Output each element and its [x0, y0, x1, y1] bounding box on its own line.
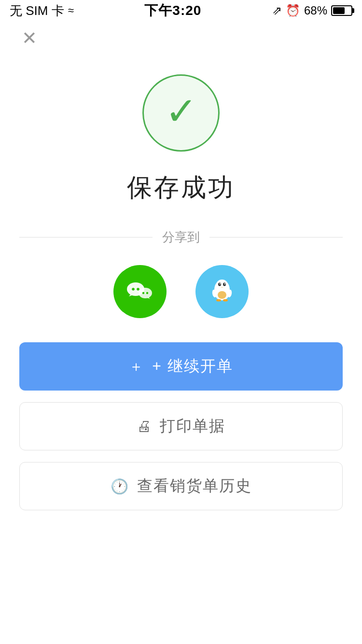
carrier-label: 无 SIM 卡 [10, 2, 64, 19]
svg-point-10 [220, 283, 221, 284]
status-left: 无 SIM 卡 ≈ [10, 2, 74, 19]
printer-icon: 🖨 [137, 418, 152, 434]
print-label: 打印单据 [160, 416, 225, 437]
success-title: 保存成功 [127, 171, 235, 205]
svg-point-4 [142, 292, 144, 294]
alarm-icon: ⏰ [286, 4, 300, 17]
history-label: 查看销货单历史 [137, 476, 252, 497]
svg-point-8 [218, 283, 221, 286]
svg-point-5 [146, 292, 148, 294]
svg-point-15 [223, 299, 228, 302]
qq-share-button[interactable] [195, 265, 249, 318]
svg-point-14 [216, 299, 221, 302]
location-icon: ⇗ [272, 4, 282, 17]
qq-icon [208, 277, 237, 306]
close-button[interactable]: ✕ [17, 26, 42, 50]
top-nav: ✕ [0, 21, 362, 55]
plus-icon: ＋ [129, 357, 144, 377]
svg-point-2 [132, 288, 135, 291]
svg-point-11 [224, 283, 225, 284]
print-button[interactable]: 🖨 打印单据 [19, 402, 343, 450]
success-icon-circle: ✓ [142, 74, 220, 152]
svg-point-13 [218, 291, 226, 299]
close-icon: ✕ [22, 29, 37, 47]
battery-icon [331, 5, 352, 16]
svg-point-1 [139, 288, 152, 298]
continue-order-button[interactable]: ＋ + 继续开单 [19, 342, 343, 391]
main-content: ✓ 保存成功 分享到 [0, 55, 362, 644]
svg-point-7 [216, 280, 228, 290]
svg-point-9 [223, 283, 226, 286]
wechat-share-button[interactable] [113, 265, 167, 318]
wifi-icon: ≈ [68, 4, 74, 17]
status-bar: 无 SIM 卡 ≈ 下午3:20 ⇗ ⏰ 68% [0, 0, 362, 21]
action-buttons: ＋ + 继续开单 🖨 打印单据 🕐 查看销货单历史 [19, 342, 343, 510]
battery-bar [331, 5, 352, 16]
continue-order-label: + 继续开单 [152, 356, 233, 377]
share-icons [19, 265, 343, 318]
history-button[interactable]: 🕐 查看销货单历史 [19, 462, 343, 510]
wechat-icon [124, 276, 156, 308]
status-right: ⇗ ⏰ 68% [272, 4, 352, 17]
share-section: 分享到 [19, 229, 343, 318]
clock: 下午3:20 [144, 1, 201, 20]
clock-icon: 🕐 [111, 478, 129, 495]
share-label: 分享到 [162, 229, 200, 246]
checkmark-icon: ✓ [165, 92, 197, 131]
divider-left [19, 237, 153, 238]
share-divider: 分享到 [19, 229, 343, 246]
svg-point-3 [137, 288, 139, 291]
battery-percent: 68% [304, 4, 327, 17]
battery-fill [333, 7, 345, 14]
divider-right [209, 237, 343, 238]
